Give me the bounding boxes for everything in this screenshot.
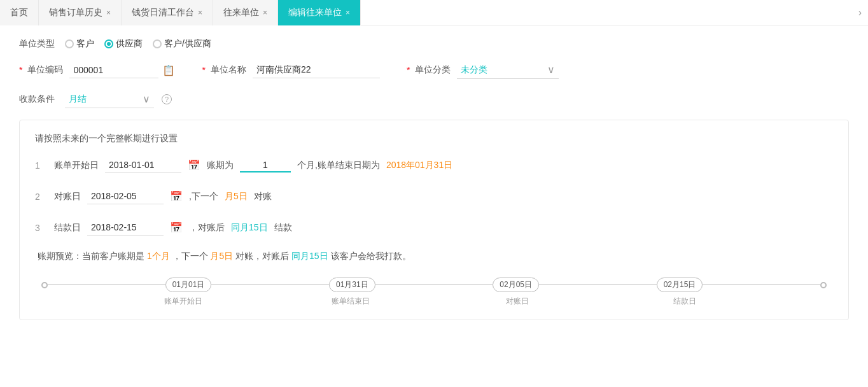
preview-suffix: 该客户会给我打款。 [331, 251, 411, 261]
period-unit-text: 个月,账单结束日期为 [297, 160, 380, 171]
timeline-node-3: 02月05日 [493, 278, 539, 292]
preview-highlight3: 同月15日 [291, 251, 328, 261]
payment-date-input[interactable] [87, 220, 164, 236]
tab-edit-partner[interactable]: 编辑往来单位 × [278, 0, 361, 25]
unit-category-label: 单位分类 [415, 64, 451, 76]
payment-desc-prefix: ，对账后 [189, 222, 225, 234]
tab-close-sales-history[interactable]: × [106, 8, 111, 17]
timeline-labels: 账单开始日 账单结束日 对账日 结款日 [35, 296, 833, 307]
reconcile-date-input[interactable] [87, 188, 164, 204]
unit-type-radio-group: 客户 供应商 客户/供应商 [65, 38, 211, 50]
timeline-bubble-3: 02月05日 [493, 278, 539, 292]
unit-code-group: * 单位编码 📋 [19, 62, 175, 78]
timeline-label-2: 账单结束日 [325, 296, 376, 307]
period-label: 账期为 [207, 160, 234, 171]
timeline-node-1: 01月01日 [165, 278, 212, 292]
period-end-date: 2018年01月31日 [386, 160, 452, 171]
reconcile-desc-prefix: ,下一个 [189, 191, 218, 202]
start-date-input[interactable] [105, 157, 181, 173]
timeline-seg5 [703, 285, 820, 285]
payment-terms-row: 收款条件 月结 ∨ ? [19, 90, 849, 108]
period-value-input[interactable] [240, 158, 291, 172]
unit-type-label: 单位类型 [19, 38, 55, 50]
tab-close-partners[interactable]: × [263, 8, 267, 17]
timeline-seg3 [375, 285, 493, 285]
setting-row-3: 3 结款日 📅 ，对账后 同月15日 结款 [35, 220, 833, 236]
reconcile-desc-highlight: 月5日 [225, 191, 248, 202]
timeline-bubble-2: 01月31日 [329, 278, 375, 292]
timeline-bubble-1: 01月01日 [165, 278, 212, 292]
start-date-calendar-icon[interactable]: 📅 [188, 159, 200, 171]
tab-close-edit-partner[interactable]: × [346, 8, 350, 17]
setting-label-3: 结款日 [54, 222, 81, 234]
tabs-bar: 首页 销售订单历史 × 钱货日清工作台 × 往来单位 × 编辑往来单位 × › [0, 0, 868, 25]
setting-row-2: 2 对账日 📅 ,下一个 月5日 对账 [35, 188, 833, 204]
unit-code-icon[interactable]: 📋 [162, 64, 175, 76]
payment-date-calendar-icon[interactable]: 📅 [170, 222, 183, 234]
timeline-seg4 [539, 285, 657, 285]
timeline-node-2: 01月31日 [329, 278, 375, 292]
timeline-node-4: 02月15日 [657, 278, 703, 292]
preview-highlight2: 月5日 [210, 251, 233, 261]
unit-type-row: 单位类型 客户 供应商 客户/供应商 [19, 38, 849, 50]
setting-index-1: 1 [35, 160, 48, 171]
payment-terms-dropdown-icon: ∨ [143, 93, 150, 105]
payment-terms-label: 收款条件 [19, 94, 55, 105]
payment-desc-highlight: 同月15日 [231, 222, 268, 234]
reconcile-date-calendar-icon[interactable]: 📅 [170, 190, 183, 202]
radio-circle-supplier [104, 39, 113, 48]
payment-terms-help-icon[interactable]: ? [162, 94, 172, 104]
tabs-scroll-arrow[interactable]: › [852, 7, 868, 18]
tab-partners[interactable]: 往来单位 × [213, 0, 278, 25]
preview-mid1: ，下一个 [172, 251, 208, 261]
payment-terms-value: 月结 [69, 94, 143, 105]
timeline-start-dot [41, 282, 48, 288]
unit-category-select[interactable]: 未分类 ∨ [457, 61, 559, 79]
tab-cashwork[interactable]: 钱货日清工作台 × [122, 0, 213, 25]
required-star-name: * [202, 65, 205, 75]
setting-index-2: 2 [35, 192, 48, 202]
payment-desc-suffix: 结款 [274, 222, 292, 234]
radio-customer[interactable]: 客户 [65, 38, 94, 50]
radio-both[interactable]: 客户/供应商 [153, 38, 211, 50]
timeline-label-group-1: 账单开始日 [158, 296, 209, 307]
timeline-label-group-4: 结款日 [659, 296, 710, 307]
setting-label-1: 账单开始日 [54, 160, 99, 171]
unit-category-dropdown-icon: ∨ [547, 64, 555, 76]
radio-supplier[interactable]: 供应商 [104, 38, 143, 50]
timeline-seg2 [211, 285, 329, 285]
tab-close-cashwork[interactable]: × [198, 8, 202, 17]
setting-row-1: 1 账单开始日 📅 账期为 个月,账单结束日期为 2018年01月31日 [35, 157, 833, 173]
panel-hint: 请按照未来的一个完整帐期进行设置 [35, 133, 833, 144]
required-star-category: * [407, 65, 410, 75]
radio-label-customer: 客户 [76, 38, 94, 50]
unit-code-input[interactable] [69, 62, 158, 78]
radio-circle-both [153, 39, 162, 48]
tab-home[interactable]: 首页 [0, 0, 39, 25]
timeline-end-dot [820, 282, 827, 288]
unit-name-group: * 单位名称 [202, 62, 379, 78]
radio-label-supplier: 供应商 [116, 38, 143, 50]
unit-code-label: 单位编码 [27, 64, 63, 76]
payment-terms-select[interactable]: 月结 ∨ [65, 90, 154, 108]
setting-index-3: 3 [35, 223, 48, 233]
main-content: 单位类型 客户 供应商 客户/供应商 * 单位编码 📋 * 单位名称 [0, 25, 868, 387]
unit-name-label: 单位名称 [211, 64, 246, 76]
timeline-label-3: 对账日 [492, 296, 543, 307]
radio-label-both: 客户/供应商 [164, 38, 211, 50]
timeline-label-1: 账单开始日 [158, 296, 209, 307]
timeline-label-group-3: 对账日 [492, 296, 543, 307]
timeline-seg1 [48, 285, 165, 285]
setting-label-2: 对账日 [54, 191, 81, 202]
timeline-label-4: 结款日 [659, 296, 710, 307]
preview-prefix: 账期预览：当前客户账期是 [38, 251, 144, 261]
timeline-label-group-2: 账单结束日 [325, 296, 376, 307]
settings-panel: 请按照未来的一个完整帐期进行设置 1 账单开始日 📅 账期为 个月,账单结束日期… [19, 120, 849, 320]
tab-sales-history[interactable]: 销售订单历史 × [39, 0, 122, 25]
unit-category-value: 未分类 [461, 64, 547, 76]
timeline-section: 01月01日 01月31日 02月05日 02月15日 [35, 278, 833, 307]
preview-highlight1: 1个月 [147, 251, 170, 261]
unit-category-group: * 单位分类 未分类 ∨ [407, 61, 559, 79]
required-star-code: * [19, 65, 22, 75]
unit-name-input[interactable] [253, 62, 380, 78]
